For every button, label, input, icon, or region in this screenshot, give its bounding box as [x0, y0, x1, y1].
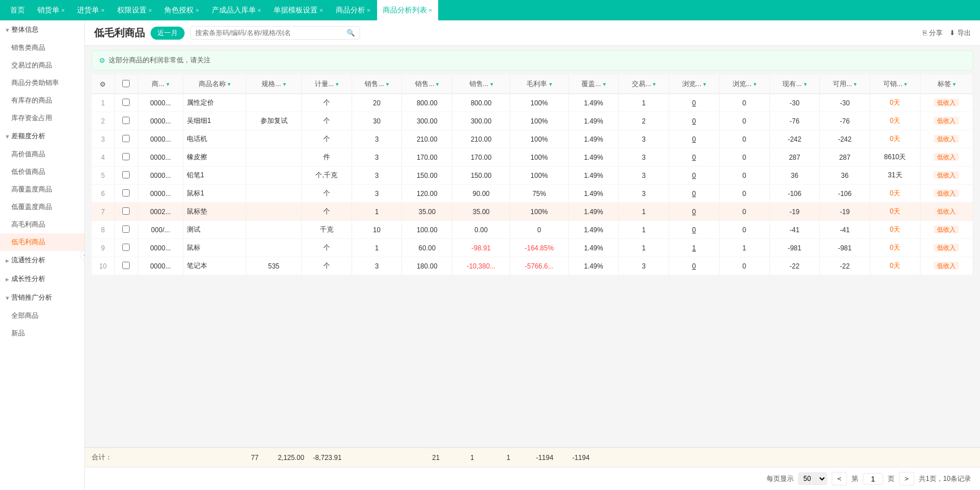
row-view2: 0	[719, 167, 769, 185]
col-trade-count[interactable]: 交易... ▾	[619, 75, 669, 94]
col-spec[interactable]: 规格... ▾	[246, 75, 302, 94]
col-sales-qty[interactable]: 销售... ▾	[352, 75, 402, 94]
sidebar-item-low-value[interactable]: 低价值商品	[0, 163, 84, 181]
row-view1[interactable]: 0	[669, 130, 720, 148]
sidebar-item-high-margin[interactable]: 高毛利商品	[0, 216, 84, 233]
row-sales-qty: 3	[352, 257, 402, 275]
nav-template-close[interactable]: ×	[319, 7, 323, 14]
col-view1[interactable]: 浏览... ▾	[669, 75, 720, 94]
nav-role-close[interactable]: ×	[195, 7, 199, 14]
nav-home[interactable]: 首页	[5, 0, 31, 20]
row-view1[interactable]: 0	[669, 203, 720, 221]
nav-permission[interactable]: 权限设置 ×	[112, 0, 157, 20]
sidebar-item-sales-goods[interactable]: 销售类商品	[0, 39, 84, 57]
row-view1[interactable]: 0	[669, 257, 720, 275]
row-checkbox[interactable]	[114, 94, 138, 112]
row-name[interactable]: 鼠标垫	[183, 203, 246, 221]
search-icon[interactable]: 🔍	[346, 29, 355, 37]
per-page-select[interactable]: 50 100 200	[798, 472, 827, 485]
sidebar-item-stocked-goods[interactable]: 有库存的商品	[0, 92, 84, 109]
row-view1[interactable]: 0	[669, 94, 720, 112]
row-name[interactable]: 橡皮擦	[183, 148, 246, 167]
col-usable-stock[interactable]: 可用... ▾	[820, 75, 870, 94]
row-checkbox[interactable]	[114, 239, 138, 257]
sidebar-item-new-goods[interactable]: 新品	[0, 325, 84, 342]
row-view1[interactable]: 0	[669, 167, 720, 185]
nav-permission-close[interactable]: ×	[148, 7, 152, 14]
sidebar-item-all-goods[interactable]: 全部商品	[0, 307, 84, 325]
row-name[interactable]: 吴细细1	[183, 112, 246, 130]
row-name[interactable]: 笔记本	[183, 257, 246, 275]
nav-role[interactable]: 角色授权 ×	[159, 0, 204, 20]
nav-purchase[interactable]: 进货单 ×	[71, 0, 110, 20]
col-code[interactable]: 商... ▾	[138, 75, 183, 94]
next-page-btn[interactable]: ＞	[899, 472, 914, 485]
row-view1[interactable]: 0	[669, 221, 720, 239]
nav-product-analysis-close[interactable]: ×	[367, 7, 370, 14]
col-gross-margin[interactable]: 毛利率 ▾	[510, 75, 568, 94]
row-checkbox[interactable]	[114, 148, 138, 167]
row-view1[interactable]: 0	[669, 112, 720, 130]
sidebar-item-low-coverage[interactable]: 低覆盖度商品	[0, 198, 84, 216]
row-checkbox[interactable]	[114, 257, 138, 275]
nav-product-analysis-list-close[interactable]: ×	[429, 7, 432, 14]
row-sales-qty: 20	[352, 94, 402, 112]
page-number-input[interactable]	[863, 473, 883, 485]
row-view1[interactable]: 0	[669, 148, 720, 167]
sidebar-item-high-coverage[interactable]: 高覆盖度商品	[0, 181, 84, 198]
row-checkbox[interactable]	[114, 167, 138, 185]
col-tag[interactable]: 标签 ▾	[920, 75, 973, 94]
sidebar-item-low-margin[interactable]: 低毛利商品	[0, 233, 84, 251]
row-current-stock: 36	[769, 167, 820, 185]
col-settings[interactable]: ⚙	[92, 75, 114, 94]
sidebar-item-inventory-capital[interactable]: 库存资金占用	[0, 109, 84, 127]
share-btn[interactable]: ⎘ 分享	[923, 28, 943, 38]
nav-template[interactable]: 单据模板设置 ×	[268, 0, 328, 20]
row-checkbox[interactable]	[114, 185, 138, 203]
row-checkbox[interactable]	[114, 203, 138, 221]
row-checkbox[interactable]	[114, 112, 138, 130]
sidebar-item-traded-goods[interactable]: 交易过的商品	[0, 57, 84, 74]
row-code: 0000...	[138, 148, 183, 167]
sidebar-item-category-rate[interactable]: 商品分类助销率	[0, 74, 84, 92]
sidebar-group-margin[interactable]: ▾ 差额度分析	[0, 127, 84, 146]
col-checkbox[interactable]	[114, 75, 138, 94]
sidebar-group-marketing[interactable]: ▾ 营销推广分析	[0, 288, 84, 307]
sidebar-group-overall[interactable]: ▾ 整体信息	[0, 20, 84, 39]
row-checkbox[interactable]	[114, 130, 138, 148]
search-input[interactable]	[195, 29, 343, 37]
nav-product-inbound-close[interactable]: ×	[258, 7, 261, 14]
nav-sales[interactable]: 销货单 ×	[32, 0, 70, 20]
row-view2: 0	[719, 221, 769, 239]
row-name[interactable]: 属性定价	[183, 94, 246, 112]
filter-recent-month-btn[interactable]: 近一月	[151, 27, 185, 40]
col-name[interactable]: 商品名称 ▾	[183, 75, 246, 94]
select-all-checkbox[interactable]	[122, 80, 130, 87]
export-btn[interactable]: ⬇ 导出	[949, 28, 971, 38]
sidebar-item-high-value[interactable]: 高价值商品	[0, 146, 84, 163]
nav-product-inbound[interactable]: 产成品入库单 ×	[206, 0, 267, 20]
row-view1[interactable]: 0	[669, 185, 720, 203]
row-name[interactable]: 测试	[183, 221, 246, 239]
row-name[interactable]: 铅笔1	[183, 167, 246, 185]
row-name[interactable]: 电话机	[183, 130, 246, 148]
row-usable-stock: -242	[820, 130, 870, 148]
prev-page-btn[interactable]: ＜	[832, 472, 847, 485]
nav-sales-close[interactable]: ×	[61, 7, 65, 14]
row-name[interactable]: 鼠标	[183, 239, 246, 257]
col-salable-days[interactable]: 可销... ▾	[870, 75, 921, 94]
nav-product-analysis-list[interactable]: 商品分析列表 ×	[377, 0, 438, 20]
sidebar-group-growth[interactable]: ▸ 成长性分析	[0, 270, 84, 288]
col-sales-profit[interactable]: 销售... ▾	[452, 75, 510, 94]
nav-purchase-close[interactable]: ×	[101, 7, 104, 14]
sidebar-group-liquidity[interactable]: ▸ 流通性分析	[0, 251, 84, 270]
col-coverage[interactable]: 覆盖... ▾	[568, 75, 619, 94]
nav-product-analysis[interactable]: 商品分析 ×	[330, 0, 376, 20]
col-view2[interactable]: 浏览... ▾	[719, 75, 769, 94]
col-unit[interactable]: 计量... ▾	[301, 75, 352, 94]
row-checkbox[interactable]	[114, 221, 138, 239]
row-name[interactable]: 鼠标1	[183, 185, 246, 203]
col-sales-amount[interactable]: 销售... ▾	[402, 75, 452, 94]
row-view1[interactable]: 1	[669, 239, 720, 257]
col-current-stock[interactable]: 现有... ▾	[769, 75, 820, 94]
